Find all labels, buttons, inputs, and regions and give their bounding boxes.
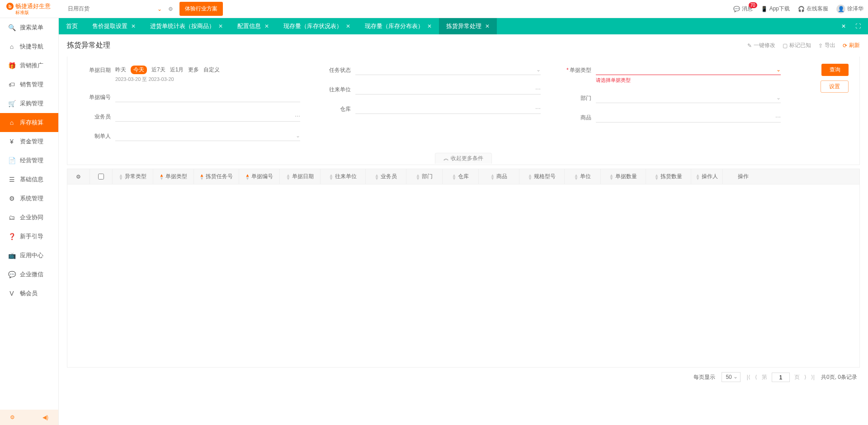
close-icon[interactable]: ✕	[264, 23, 269, 29]
col-docDate[interactable]: ▲▼单据日期	[280, 169, 321, 184]
sidebar-item-7[interactable]: 📄经营管理	[0, 151, 58, 170]
close-icon[interactable]: ✕	[131, 23, 136, 29]
more-icon[interactable]: ⋯	[295, 113, 300, 119]
col-pickQty[interactable]: ▲▼拣货数量	[646, 169, 691, 184]
close-icon[interactable]: ✕	[427, 23, 432, 29]
first-page-button[interactable]: |⟨	[747, 374, 750, 380]
sidebar-item-10[interactable]: 🗂企业协同	[0, 208, 58, 227]
col-partner[interactable]: ▲▼往来单位	[321, 169, 366, 184]
app-download-button[interactable]: 📱 App下载	[761, 5, 790, 13]
col-operator[interactable]: ▲▼业务员	[366, 169, 406, 184]
prev-page-button[interactable]: ⟨	[755, 374, 757, 380]
date-quick-2[interactable]: 近7天	[151, 66, 165, 74]
online-service-button[interactable]: 🎧 在线客服	[798, 5, 828, 13]
export-button[interactable]: ⇪导出	[818, 42, 835, 49]
filter-settings-button[interactable]: 设置	[821, 80, 849, 93]
fullscreen-button[interactable]: ⛶	[852, 20, 864, 33]
sort-icon[interactable]: ▲▼	[655, 174, 659, 180]
col-unit[interactable]: ▲▼单位	[565, 169, 601, 184]
sidebar-item-12[interactable]: 📺应用中心	[0, 246, 58, 265]
tab-1[interactable]: 售价提取设置✕	[85, 18, 143, 34]
dept-input[interactable]	[596, 94, 781, 103]
chevron-down-icon[interactable]: ⌄	[776, 66, 781, 73]
col-goods[interactable]: ▲▼商品	[479, 169, 519, 184]
sort-icon[interactable]: ▲▼	[329, 174, 334, 180]
sidebar-item-2[interactable]: 🎁营销推广	[0, 56, 58, 75]
sidebar-item-11[interactable]: ❓新手引导	[0, 227, 58, 246]
sort-icon[interactable]: ▲▼	[200, 174, 204, 180]
last-page-button[interactable]: ⟩|	[811, 374, 815, 380]
sort-icon[interactable]: ▲▼	[491, 174, 495, 180]
col-excType[interactable]: ▲▼异常类型	[113, 169, 153, 184]
sidebar-item-0[interactable]: 🔍搜索菜单	[0, 18, 58, 37]
sidebar-item-1[interactable]: ⌂快捷导航	[0, 37, 58, 56]
close-icon[interactable]: ✕	[218, 23, 223, 29]
col-docType[interactable]: ▲▼单据类型	[153, 169, 194, 184]
trial-plan-button[interactable]: 体验行业方案	[179, 2, 223, 16]
messages-button[interactable]: 💬 消息 70	[733, 5, 753, 13]
next-page-button[interactable]: ⟩	[804, 374, 807, 380]
more-icon[interactable]: ⋯	[535, 105, 541, 112]
date-quick-5[interactable]: 自定义	[203, 66, 220, 74]
sidebar-item-4[interactable]: 🛒采购管理	[0, 94, 58, 113]
sidebar-item-8[interactable]: ☰基础信息	[0, 170, 58, 189]
user-menu[interactable]: 👤 徐泽华	[836, 5, 863, 14]
sidebar-item-9[interactable]: ⚙系统管理	[0, 189, 58, 208]
tab-4[interactable]: 现存量（库存状况表）✕	[276, 18, 358, 34]
col-taskNo[interactable]: ▲▼拣货任务号	[194, 169, 239, 184]
select-all-checkbox[interactable]	[98, 174, 104, 179]
date-quick-4[interactable]: 更多	[188, 66, 199, 74]
col-docNo[interactable]: ▲▼单据编号	[239, 169, 280, 184]
tab-6[interactable]: 拣货异常处理✕	[439, 18, 497, 34]
sort-icon[interactable]: ▲▼	[696, 174, 700, 180]
sort-icon[interactable]: ▲▼	[609, 174, 614, 180]
col-dept[interactable]: ▲▼部门	[406, 169, 443, 184]
partner-input[interactable]	[355, 85, 540, 94]
sidebar-item-14[interactable]: V畅会员	[0, 284, 58, 303]
sort-icon[interactable]: ▲▼	[416, 174, 420, 180]
sort-icon[interactable]: ▲▼	[375, 174, 379, 180]
batch-edit-button[interactable]: ✎一键修改	[747, 42, 775, 49]
page-input[interactable]	[772, 373, 790, 382]
close-icon[interactable]: ✕	[485, 23, 490, 29]
gear-icon[interactable]: ⚙	[168, 6, 173, 12]
col-gear[interactable]: ⚙	[67, 169, 90, 184]
settings-icon[interactable]: ⚙	[10, 414, 15, 420]
col-docQty[interactable]: ▲▼单据数量	[601, 169, 646, 184]
col-spec[interactable]: ▲▼规格型号	[519, 169, 565, 184]
tab-5[interactable]: 现存量（库存分布表）✕	[358, 18, 439, 34]
sort-icon[interactable]: ▲▼	[119, 174, 123, 180]
sidebar-item-13[interactable]: 💬企业微信	[0, 265, 58, 284]
date-quick-3[interactable]: 近1月	[170, 66, 184, 74]
tab-0[interactable]: 首页	[59, 18, 85, 34]
sort-icon[interactable]: ▲▼	[528, 174, 533, 180]
goods-input[interactable]	[596, 113, 781, 123]
close-all-tabs-button[interactable]: ✕	[837, 20, 850, 33]
store-selector[interactable]: 日用百货 ⌄	[68, 5, 162, 13]
chevron-down-icon[interactable]: ⌄	[536, 66, 541, 73]
chevron-down-icon[interactable]: ⌄	[776, 94, 781, 101]
sidebar-item-6[interactable]: ¥资金管理	[0, 132, 58, 151]
more-icon[interactable]: ⋯	[535, 86, 541, 92]
sort-icon[interactable]: ▲▼	[245, 174, 250, 180]
task-status-input[interactable]	[355, 66, 540, 75]
sort-icon[interactable]: ▲▼	[574, 174, 579, 180]
tab-3[interactable]: 配置信息✕	[230, 18, 276, 34]
sidebar-item-3[interactable]: 🏷销售管理	[0, 75, 58, 94]
sidebar-item-5[interactable]: ⌂库存核算	[0, 113, 58, 132]
warehouse-input[interactable]	[355, 104, 540, 114]
collapse-sidebar-icon[interactable]: ◀)	[42, 414, 48, 420]
sort-icon[interactable]: ▲▼	[286, 174, 291, 180]
maker-input[interactable]	[115, 132, 300, 141]
tab-2[interactable]: 进货单统计表（按商品）✕	[143, 18, 230, 34]
horizontal-scrollbar[interactable]	[67, 361, 859, 367]
col-operatorBy[interactable]: ▲▼操作人	[691, 169, 723, 184]
chevron-down-icon[interactable]: ⌄	[296, 132, 300, 139]
mark-read-button[interactable]: ▢标记已知	[783, 42, 811, 49]
col-chk[interactable]	[90, 169, 113, 184]
sort-icon[interactable]: ▲▼	[452, 174, 457, 180]
gear-icon[interactable]: ⚙	[76, 174, 81, 180]
collapse-filters-button[interactable]: ︽ 收起更多条件	[435, 153, 492, 164]
doctype-input[interactable]	[596, 66, 781, 75]
date-quick-0[interactable]: 昨天	[115, 66, 126, 74]
